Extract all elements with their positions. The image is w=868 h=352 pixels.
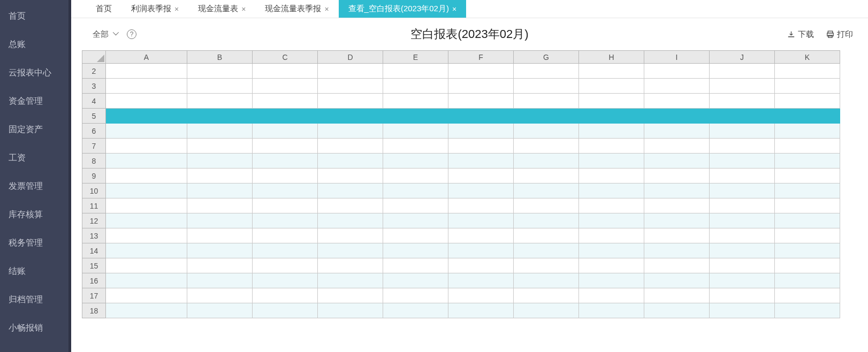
row-header[interactable]: 11 — [82, 198, 106, 213]
cell[interactable] — [514, 213, 579, 228]
cell[interactable] — [644, 169, 710, 183]
cell[interactable] — [775, 213, 840, 228]
sidebar-item[interactable]: 发票管理 — [0, 172, 68, 201]
cell[interactable] — [187, 273, 253, 288]
cell[interactable] — [448, 64, 514, 79]
cell[interactable] — [514, 303, 579, 318]
cell[interactable] — [579, 139, 644, 154]
cell[interactable] — [579, 288, 644, 303]
cell[interactable] — [644, 183, 710, 198]
cell[interactable] — [383, 109, 448, 124]
cell[interactable] — [644, 303, 710, 318]
cell[interactable] — [106, 288, 187, 303]
cell[interactable] — [775, 303, 840, 318]
cell[interactable] — [106, 198, 187, 213]
cell[interactable] — [514, 228, 579, 243]
cell[interactable] — [448, 154, 514, 169]
cell[interactable] — [775, 228, 840, 243]
close-icon[interactable]: × — [452, 5, 456, 13]
row-header[interactable]: 2 — [82, 64, 106, 79]
cell[interactable] — [644, 258, 710, 273]
column-header[interactable]: I — [644, 51, 710, 64]
cell[interactable] — [775, 273, 840, 288]
cell[interactable] — [318, 273, 383, 288]
cell[interactable] — [383, 64, 448, 79]
cell[interactable] — [514, 79, 579, 94]
cell[interactable] — [710, 228, 775, 243]
cell[interactable] — [253, 124, 318, 139]
cell[interactable] — [775, 183, 840, 198]
cell[interactable] — [106, 64, 187, 79]
cell[interactable] — [448, 288, 514, 303]
cell[interactable] — [187, 303, 253, 318]
cell[interactable] — [187, 198, 253, 213]
row-header[interactable]: 4 — [82, 94, 106, 109]
cell[interactable] — [383, 124, 448, 139]
sidebar-item[interactable]: 库存核算 — [0, 201, 68, 229]
cell[interactable] — [579, 169, 644, 183]
cell[interactable] — [187, 243, 253, 258]
cell[interactable] — [187, 183, 253, 198]
cell[interactable] — [644, 243, 710, 258]
cell[interactable] — [579, 213, 644, 228]
column-header[interactable]: J — [710, 51, 775, 64]
cell[interactable] — [253, 288, 318, 303]
cell[interactable] — [644, 94, 710, 109]
cell[interactable] — [644, 64, 710, 79]
close-icon[interactable]: × — [174, 5, 179, 13]
cell[interactable] — [448, 169, 514, 183]
cell[interactable] — [383, 169, 448, 183]
cell[interactable] — [514, 198, 579, 213]
cell[interactable] — [253, 213, 318, 228]
cell[interactable] — [579, 94, 644, 109]
cell[interactable] — [187, 124, 253, 139]
cell[interactable] — [448, 258, 514, 273]
cell[interactable] — [644, 139, 710, 154]
cell[interactable] — [187, 258, 253, 273]
cell[interactable] — [106, 139, 187, 154]
column-header[interactable]: A — [106, 51, 187, 64]
cell[interactable] — [514, 258, 579, 273]
column-header[interactable]: F — [448, 51, 514, 64]
tab[interactable]: 现金流量表× — [188, 0, 255, 18]
cell[interactable] — [710, 64, 775, 79]
cell[interactable] — [318, 64, 383, 79]
cell[interactable] — [187, 79, 253, 94]
cell[interactable] — [253, 139, 318, 154]
cell[interactable] — [187, 139, 253, 154]
cell[interactable] — [318, 258, 383, 273]
cell[interactable] — [383, 303, 448, 318]
cell[interactable] — [644, 124, 710, 139]
cell[interactable] — [710, 288, 775, 303]
cell[interactable] — [775, 124, 840, 139]
cell[interactable] — [318, 154, 383, 169]
cell[interactable] — [253, 258, 318, 273]
cell[interactable] — [106, 213, 187, 228]
cell[interactable] — [106, 273, 187, 288]
cell[interactable] — [775, 139, 840, 154]
filter-dropdown[interactable]: 全部 ? — [93, 29, 136, 40]
tab[interactable]: 现金流量表季报× — [255, 0, 338, 18]
sidebar-item[interactable]: 固定资产 — [0, 116, 68, 144]
cell[interactable] — [448, 79, 514, 94]
cell[interactable] — [710, 198, 775, 213]
cell[interactable] — [383, 139, 448, 154]
cell[interactable] — [187, 213, 253, 228]
cell[interactable] — [187, 169, 253, 183]
cell[interactable] — [775, 79, 840, 94]
row-header[interactable]: 9 — [82, 169, 106, 183]
cell[interactable] — [514, 288, 579, 303]
cell[interactable] — [187, 288, 253, 303]
cell[interactable] — [383, 183, 448, 198]
cell[interactable] — [710, 139, 775, 154]
cell[interactable] — [644, 154, 710, 169]
tab[interactable]: 首页 — [86, 0, 121, 18]
cell[interactable] — [187, 228, 253, 243]
cell[interactable] — [318, 79, 383, 94]
cell[interactable] — [448, 183, 514, 198]
row-header[interactable]: 8 — [82, 154, 106, 169]
cell[interactable] — [775, 198, 840, 213]
help-icon[interactable]: ? — [127, 29, 136, 39]
cell[interactable] — [253, 64, 318, 79]
cell[interactable] — [710, 258, 775, 273]
